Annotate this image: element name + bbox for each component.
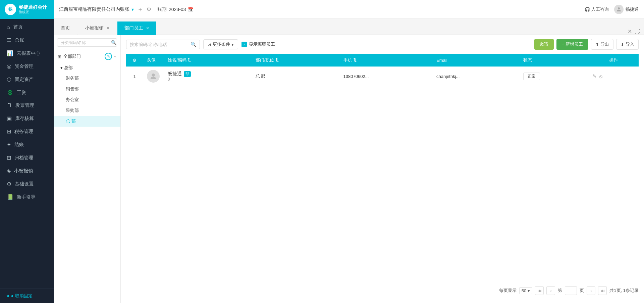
dept-search-input[interactable] <box>61 40 111 45</box>
invite-button[interactable]: 邀请 <box>534 39 554 50</box>
tab-employees[interactable]: 部门员工 ✕ <box>117 21 156 35</box>
next-page-button[interactable]: › <box>587 286 595 295</box>
calendar-icon[interactable]: 📅 <box>188 7 194 12</box>
sidebar-item-label: 库存核算 <box>15 116 34 122</box>
dept-edit-button[interactable]: ✎ <box>105 53 112 60</box>
search-icon: 🔍 <box>191 42 196 47</box>
employee-search-input[interactable] <box>130 42 191 47</box>
col-mobile[interactable]: 手机 ⇅ <box>339 54 433 67</box>
sidebar-item-settings[interactable]: ⚙ 基础设置 <box>0 177 54 190</box>
company-selector[interactable]: 江西服宝精品有限责任公司内账张 ▾ <box>59 6 134 12</box>
show-resigned-toggle[interactable]: ✓ 显示离职员工 <box>241 41 275 47</box>
sidebar-item-label: 云报表中心 <box>17 50 40 56</box>
close-all-tabs-button[interactable]: ✕ <box>628 28 632 35</box>
sidebar-item-asset[interactable]: ⬡ 固定资产 <box>0 73 54 86</box>
sidebar-item-salary[interactable]: 💲 工资 <box>0 86 54 99</box>
user-menu[interactable]: 畅捷通 <box>614 5 639 14</box>
employee-code: 0 <box>168 77 191 82</box>
topbar-gear-icon[interactable]: ⚙ <box>147 6 151 12</box>
close-account-icon: ✦ <box>7 141 11 148</box>
filter-button[interactable]: ⊿ 更多条件 ▾ <box>203 39 238 49</box>
sidebar-item-label: 发票管理 <box>15 102 34 109</box>
sidebar-item-label: 税务管理 <box>14 129 33 135</box>
show-resigned-checkbox[interactable]: ✓ <box>241 42 247 47</box>
col-mobile-label: 手机 <box>343 57 352 62</box>
sidebar-item-home[interactable]: ⌂ 首页 <box>0 21 54 34</box>
dept-group-root-label[interactable]: ▾ 总部 <box>54 63 120 73</box>
col-dept-label: 部门/职位 <box>256 57 274 62</box>
cell-email: chanjethkj... <box>432 67 519 86</box>
sidebar-item-close[interactable]: ✦ 结账 <box>0 138 54 151</box>
sidebar-item-ledger[interactable]: ☰ 总账 <box>0 34 54 47</box>
help-button[interactable]: 🎧 人工咨询 <box>585 6 609 12</box>
employee-search-box[interactable]: 🔍 <box>126 40 200 49</box>
page-number-input[interactable]: 1 <box>565 286 577 295</box>
dept-item-purchasing[interactable]: 采购部 <box>54 105 120 116</box>
sort-icon: ⇅ <box>187 57 191 62</box>
tab-expense-label: 小畅报销 <box>85 25 104 31</box>
cell-avatar <box>143 67 164 86</box>
sidebar-nav: ⌂ 首页 ☰ 总账 📊 云报表中心 ◎ 资金管理 ⬡ 固定资产 💲 工资 🗒 发… <box>0 19 54 289</box>
add-company-button[interactable]: ＋ <box>137 5 143 13</box>
sidebar-item-archive[interactable]: ⊟ 归档管理 <box>0 151 54 164</box>
export-button[interactable]: ⬆ 导出 <box>591 39 613 50</box>
logo-icon: 畅 <box>5 4 16 15</box>
sidebar-item-label: 新手引导 <box>17 194 36 200</box>
sidebar-item-label: 资金管理 <box>15 63 34 70</box>
table-header: ⚙ 头像 姓名/编码 ⇅ 部门/职位 ⇅ <box>126 54 639 67</box>
home-icon: ⌂ <box>7 24 10 30</box>
app-logo: 畅 畅捷通好会计 旗舰版 <box>0 0 54 19</box>
settings-icon: ⚙ <box>132 58 137 63</box>
add-employee-button[interactable]: + 新增员工 <box>556 39 588 50</box>
sidebar-item-report[interactable]: 📊 云报表中心 <box>0 47 54 60</box>
headset-icon: 🎧 <box>585 7 590 12</box>
page-size-arrow-icon: ▾ <box>528 288 530 293</box>
company-name: 江西服宝精品有限责任公司内账张 <box>59 6 129 12</box>
sidebar-item-label: 小畅报销 <box>14 168 33 174</box>
col-name-code[interactable]: 姓名/编码 ⇅ <box>164 54 252 67</box>
dept-item-sales[interactable]: 销售部 <box>54 84 120 94</box>
dept-search-box[interactable]: 🔍 <box>57 38 117 47</box>
all-dept-label: 全部部门 <box>63 53 81 59</box>
page-size-selector[interactable]: 50 ▾ <box>519 287 532 294</box>
status-badge: 正常 <box>523 73 540 80</box>
col-settings[interactable]: ⚙ <box>126 54 143 67</box>
tab-home[interactable]: 首页 <box>54 21 77 35</box>
logout-button[interactable]: ⎋ <box>599 74 602 79</box>
sidebar-item-guide[interactable]: 📗 新手引导 <box>0 190 54 204</box>
avatar <box>614 5 624 14</box>
asset-icon: ⬡ <box>7 76 11 83</box>
dept-collapse-icon[interactable]: « <box>114 54 116 59</box>
sidebar-item-tax[interactable]: ⊞ 税务管理 <box>0 125 54 138</box>
last-page-button[interactable]: ⏭ <box>598 286 607 295</box>
dept-item-general[interactable]: 总 部 <box>54 116 120 127</box>
sidebar-item-label: 基础设置 <box>15 181 34 187</box>
dept-item-finance-label: 财务部 <box>66 76 79 81</box>
prev-page-button[interactable]: ‹ <box>546 286 555 295</box>
import-button[interactable]: ⬇ 导入 <box>616 39 639 50</box>
sidebar-item-invoice[interactable]: 🗒 发票管理 <box>0 99 54 112</box>
dept-item-finance[interactable]: 财务部 <box>54 73 120 84</box>
first-page-button[interactable]: ⏮ <box>535 286 544 295</box>
unpin-button[interactable]: ◄◄ 取消固定 <box>0 289 54 303</box>
sidebar-item-fund[interactable]: ◎ 资金管理 <box>0 60 54 73</box>
table-container: ⚙ 头像 姓名/编码 ⇅ 部门/职位 ⇅ <box>126 54 639 282</box>
invoice-icon: 🗒 <box>7 102 12 109</box>
page-label: 第 <box>558 288 562 294</box>
dept-item-office-label: 办公室 <box>66 97 79 102</box>
pagination-bar: 每页显示 50 ▾ ⏮ ‹ 第 1 页 › ⏭ 共1页, 1条记录 <box>126 282 639 299</box>
dept-tree: ⊞ 全部部门 ✎ « ▾ 总部 财务部 销售部 办公室 <box>54 50 120 127</box>
edit-button[interactable]: ✎ <box>592 73 597 79</box>
sidebar-item-expense[interactable]: ◈ 小畅报销 <box>0 164 54 177</box>
col-dept[interactable]: 部门/职位 ⇅ <box>252 54 339 67</box>
tab-expense[interactable]: 小畅报销 ✕ <box>78 21 117 35</box>
expand-tabs-button[interactable]: ⛶ <box>635 29 640 35</box>
export-icon: ⬆ <box>595 42 599 47</box>
tab-expense-close[interactable]: ✕ <box>106 26 110 31</box>
sidebar-item-inventory[interactable]: ▣ 库存核算 <box>0 112 54 125</box>
tab-employees-close[interactable]: ✕ <box>146 26 149 31</box>
tab-employees-label: 部门员工 <box>124 25 143 31</box>
dept-item-office[interactable]: 办公室 <box>54 94 120 105</box>
all-dept-header[interactable]: ⊞ 全部部门 ✎ « <box>54 50 120 63</box>
export-label: 导出 <box>600 41 609 47</box>
